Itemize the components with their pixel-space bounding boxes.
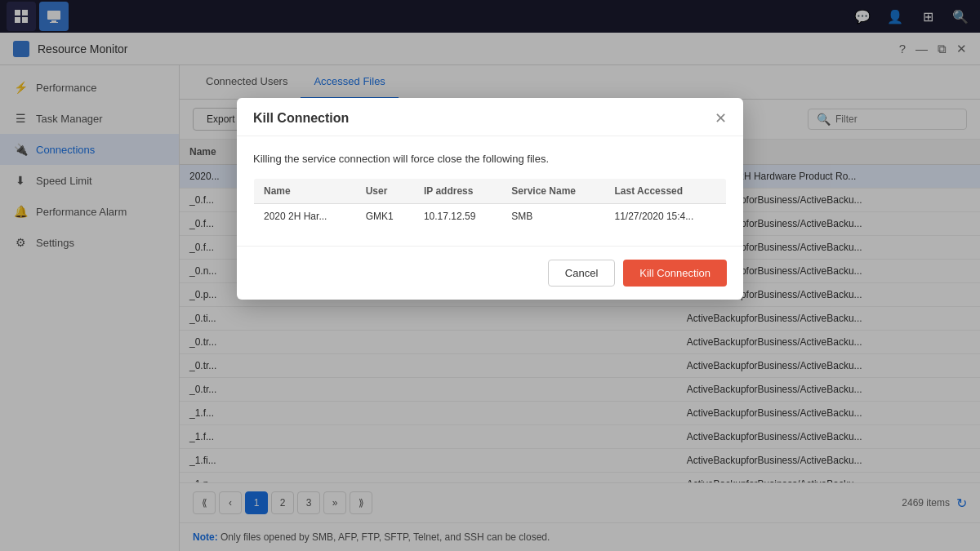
modal-col-name: Name <box>254 179 356 204</box>
modal-table: Name User IP address Service Name Last A… <box>253 178 727 229</box>
modal-title: Kill Connection <box>253 111 349 126</box>
modal-col-last: Last Accessed <box>605 179 727 204</box>
cancel-button[interactable]: Cancel <box>548 260 615 287</box>
modal-body: Killing the service connection will forc… <box>237 136 743 246</box>
modal-cell-last: 11/27/2020 15:4... <box>605 204 727 229</box>
modal-table-row: 2020 2H Har... GMK1 10.17.12.59 SMB 11/2… <box>254 204 727 229</box>
modal-col-user: User <box>356 179 414 204</box>
modal-description: Killing the service connection will forc… <box>253 153 727 165</box>
modal-cell-ip: 10.17.12.59 <box>414 204 501 229</box>
modal-col-ip: IP address <box>414 179 501 204</box>
modal-col-service: Service Name <box>501 179 604 204</box>
modal-close-button[interactable]: ✕ <box>715 111 727 126</box>
modal-cell-service: SMB <box>501 204 604 229</box>
modal-cell-user: GMK1 <box>356 204 414 229</box>
modal-footer: Cancel Kill Connection <box>237 246 743 300</box>
modal-cell-name: 2020 2H Har... <box>254 204 356 229</box>
modal-header: Kill Connection ✕ <box>237 98 743 136</box>
kill-connection-modal: Kill Connection ✕ Killing the service co… <box>237 98 743 300</box>
modal-overlay: Kill Connection ✕ Killing the service co… <box>0 0 980 551</box>
kill-confirm-button[interactable]: Kill Connection <box>623 260 727 287</box>
